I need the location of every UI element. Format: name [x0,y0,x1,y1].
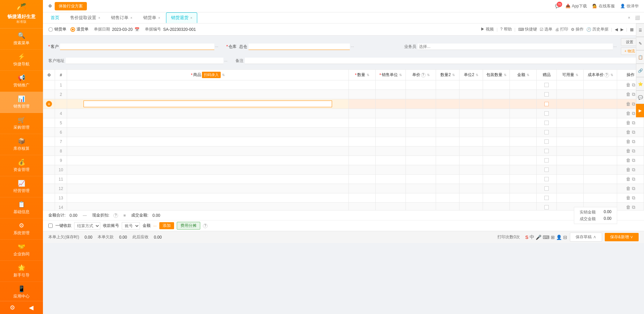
tab-goods[interactable]: 销货单 × [138,12,165,23]
add-row-button[interactable]: + [46,101,52,107]
copy-icon[interactable]: ⧉ [632,204,635,210]
remark-input[interactable] [245,58,639,64]
packqty-cell[interactable] [483,80,510,90]
available-cell[interactable] [557,80,584,90]
qty2-cell[interactable] [436,90,460,99]
shortcut-btn[interactable]: ⌨ 快捷键 [518,26,537,32]
packqty-sort-icon[interactable]: ⇅ [504,73,506,77]
add-amount-btn[interactable]: ··· [153,224,157,228]
one-click-checkbox[interactable] [48,224,53,228]
qty-cell[interactable] [349,90,376,99]
rs-btn-2[interactable]: ✎ [636,37,644,50]
copy-icon[interactable]: ⧉ [632,139,635,144]
copy-icon[interactable]: ⧉ [632,82,635,88]
copy-icon[interactable]: ⧉ [632,111,635,116]
product-cell-active[interactable] [67,99,349,109]
gift-checkbox[interactable] [544,177,549,181]
product-input-active[interactable] [84,101,332,107]
delete-icon[interactable]: 🗑 [626,101,631,107]
qty-cell-h[interactable] [349,99,376,109]
product-cell[interactable] [67,80,349,90]
product-sort-icon[interactable]: ⇅ [222,73,225,77]
radio-return[interactable]: 退货单 [70,26,89,32]
help-btn[interactable]: ? 帮助 [500,26,512,32]
delete-icon[interactable]: 🗑 [626,111,631,116]
tab-price-close[interactable]: × [98,16,100,20]
cost-cell[interactable] [584,80,617,90]
print-btn[interactable]: 🖨 打印 [555,26,568,32]
grid-view-btn[interactable]: ▦ [630,27,634,32]
delete-icon[interactable]: 🗑 [626,195,631,201]
delete-icon[interactable]: 🗑 [626,139,631,144]
sidebar-item-marketing[interactable]: 📢 营销推广 [0,71,43,92]
salesperson-select-icon[interactable]: ··· [613,44,617,49]
collapse-icon[interactable]: ◀ [29,304,34,311]
qty2-sort-icon[interactable]: ⇅ [452,73,455,77]
delete-icon[interactable]: 🗑 [626,186,631,191]
gift-checkbox[interactable] [544,130,549,134]
column-settings-icon[interactable]: ⚙ [47,73,51,77]
sidebar-item-operation[interactable]: 📈 经营管理 [0,176,43,197]
unit-cell[interactable] [376,80,406,90]
gift-checkbox[interactable] [544,158,549,163]
topbar-settings[interactable]: ⚙ [48,4,52,8]
customer-select-icon[interactable]: ··· [215,44,218,49]
qty2-cell[interactable] [436,80,460,90]
copy-icon[interactable]: ⧉ [632,176,635,182]
unit2-sort-icon[interactable]: ⇅ [476,73,478,77]
add-button[interactable]: 添加 [159,222,174,229]
settings-bottom-icon[interactable]: ⚙ [10,304,15,311]
unit-sort-icon[interactable]: ⇅ [399,73,402,77]
unit2-cell-h[interactable] [460,99,483,109]
delete-icon[interactable]: 🗑 [626,91,631,97]
price-cell[interactable] [406,80,436,90]
gift-checkbox[interactable] [544,196,549,200]
address-select-icon[interactable]: ··· [224,59,227,63]
expense-button[interactable]: 费用分摊 [177,222,200,230]
product-cell[interactable] [67,90,349,99]
price-cell[interactable] [406,90,436,99]
save-draft-button[interactable]: 保存草稿 ∧ [570,233,602,242]
copy-icon[interactable]: ⧉ [632,195,635,201]
message-group[interactable]: 💬 70 [555,4,560,8]
video-btn[interactable]: ▶ 视频 [481,26,494,32]
gift-checkbox-h[interactable] [544,102,549,106]
tab-return[interactable]: 销货退货 × [166,12,198,23]
cost-cell-h[interactable] [584,99,617,109]
person-icon[interactable]: 👤 [556,235,562,240]
price-sort-icon[interactable]: ⇅ [427,73,430,77]
s-icon[interactable]: S [525,235,528,240]
unit2-cell[interactable] [460,80,483,90]
rs-btn-1[interactable]: ☰ [636,23,644,37]
gift-checkbox[interactable] [544,139,549,144]
delete-icon[interactable]: 🗑 [626,158,631,163]
select-btn[interactable]: ☑ 选单 [540,26,552,32]
delete-icon[interactable]: 🗑 [626,120,631,126]
delete-icon[interactable]: 🗑 [626,204,631,210]
online-service-btn[interactable]: 💁 在线客服 [592,3,615,9]
gift-checkbox[interactable] [544,121,549,125]
rs-btn-6[interactable]: 💬 [636,90,644,104]
sidebar-item-basic[interactable]: 📋 基础信息 [0,197,43,218]
tab-home[interactable]: 首页 [46,12,64,23]
gift-checkbox[interactable] [544,205,549,209]
prev-btn[interactable]: ◀ [615,27,618,32]
copy-icon[interactable]: ⧉ [632,148,635,154]
calc-method-select[interactable]: 结算方式 [74,222,100,230]
packqty-cell[interactable] [483,90,510,99]
cost-cell[interactable] [584,90,617,99]
sidebar-item-shortcuts[interactable]: ⚡ 快捷导航 [0,50,43,71]
warehouse-select-icon[interactable]: ··· [351,44,354,49]
sidebar-item-newbie[interactable]: 🌟 新手引导 [0,261,43,282]
unit-cell[interactable] [376,90,406,99]
app-download-btn[interactable]: 📥 App下载 [566,3,587,9]
avail-sort-icon[interactable]: ⇅ [576,73,578,77]
copy-icon[interactable]: ⧉ [632,120,635,126]
expense-help-icon[interactable]: ? [203,224,208,228]
sidebar-item-inventory[interactable]: 📦 库存核算 [0,134,43,155]
user-profile[interactable]: 👤 徐泽华 [620,3,639,9]
packqty-cell-h[interactable] [483,99,510,109]
copy-icon[interactable]: ⧉ [632,186,635,191]
salesperson-input[interactable] [418,44,612,50]
sidebar-item-finance[interactable]: 💰 资金管理 [0,155,43,176]
